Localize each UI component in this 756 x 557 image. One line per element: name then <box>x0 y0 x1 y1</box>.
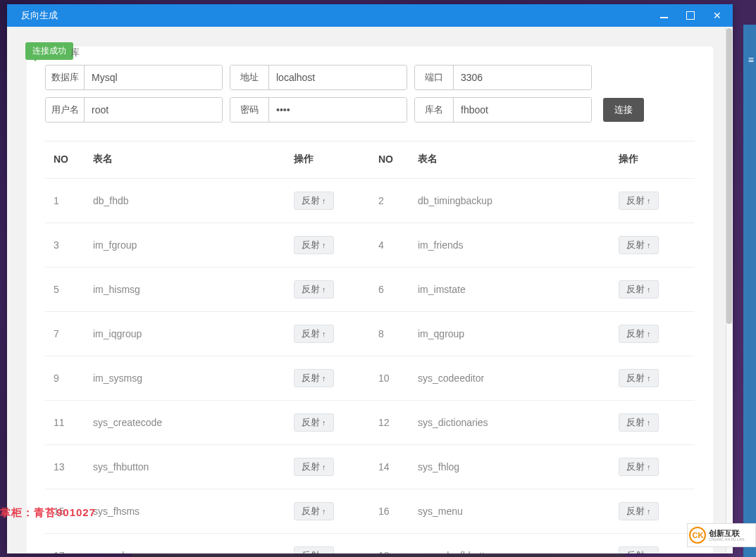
username-input[interactable] <box>85 98 222 122</box>
row-no: 10 <box>370 356 409 401</box>
reflect-button[interactable]: 反射 <box>619 369 659 387</box>
header-operation: 操作 <box>610 142 695 179</box>
row-no: 9 <box>45 356 85 401</box>
table-row: 9im_sysmsg反射 <box>45 356 370 401</box>
reflect-button[interactable]: 反射 <box>294 502 334 520</box>
reflect-button[interactable]: 反射 <box>294 325 334 343</box>
database-label: 数据库 <box>46 65 85 89</box>
table-row: 3im_fgroup反射 <box>45 223 370 268</box>
port-group: 端口 <box>414 65 592 90</box>
reflect-button[interactable]: 反射 <box>294 192 334 210</box>
row-tablename: sys_fhlog <box>409 445 610 489</box>
table-row: 13sys_fhbutton反射 <box>45 445 370 489</box>
header-table-name: 表名 <box>409 142 610 179</box>
reflect-button[interactable]: 反射 <box>619 413 659 432</box>
row-no: 4 <box>370 223 409 268</box>
row-tablename: im_sysmsg <box>85 356 285 401</box>
row-tablename: im_fgroup <box>85 223 285 268</box>
database-input[interactable] <box>85 65 222 89</box>
dbname-input[interactable] <box>454 98 591 122</box>
address-group: 地址 <box>230 65 407 90</box>
title-bar: 反向生成 <box>7 4 733 27</box>
minimize-icon[interactable] <box>658 10 669 21</box>
row-no: 1 <box>45 179 85 223</box>
reflect-button[interactable]: 反射 <box>294 280 334 299</box>
reflect-button[interactable]: 反射 <box>619 325 659 343</box>
row-no: 17 <box>45 534 85 554</box>
content-card: 连接成功 库 数据库 地址 端口 连接 <box>27 46 713 553</box>
table-row: 10sys_codeeditor反射 <box>370 356 695 401</box>
reflect-button[interactable]: 反射 <box>619 546 659 553</box>
row-no: 5 <box>45 268 85 312</box>
success-tip-badge: 连接成功 <box>25 42 73 60</box>
row-tablename: sys_menu <box>409 489 610 534</box>
table-row: 6im_imstate反射 <box>370 268 695 312</box>
header-operation: 操作 <box>285 142 370 179</box>
table-row: 1db_fhdb反射 <box>45 179 370 223</box>
row-no: 18 <box>370 534 409 554</box>
table-row: 17sys_role反射 <box>45 534 370 554</box>
address-label: 地址 <box>230 65 269 89</box>
scrollbar-track[interactable] <box>726 27 733 553</box>
row-tablename: db_fhdb <box>85 179 285 223</box>
table-row: 16sys_menu反射 <box>370 489 695 534</box>
scrollbar-thumb[interactable] <box>726 28 732 324</box>
row-no: 12 <box>370 401 409 445</box>
reflect-button[interactable]: 反射 <box>294 458 334 476</box>
row-no: 2 <box>370 179 409 223</box>
reflect-button[interactable]: 反射 <box>294 413 334 432</box>
username-label: 用户名 <box>46 98 85 122</box>
table-row: 12sys_dictionaries反射 <box>370 401 695 445</box>
reflect-button[interactable]: 反射 <box>294 236 334 254</box>
password-label: 密码 <box>230 98 269 122</box>
reflect-button[interactable]: 反射 <box>294 369 334 387</box>
table-row: 4im_friends反射 <box>370 223 695 268</box>
header-no: NO <box>370 142 409 179</box>
row-tablename: im_qgroup <box>409 312 610 356</box>
reflect-button[interactable]: 反射 <box>619 192 659 210</box>
dbname-group: 库名 <box>414 97 592 123</box>
password-group: 密码 <box>230 97 407 123</box>
row-tablename: im_imstate <box>409 268 610 312</box>
table-row: 7im_iqgroup反射 <box>45 312 370 356</box>
row-no: 8 <box>370 312 409 356</box>
modal-window: 反向生成 连接成功 库 数据库 地址 <box>7 4 733 553</box>
modal-body: 连接成功 库 数据库 地址 端口 连接 <box>7 27 733 553</box>
close-icon[interactable] <box>712 10 723 21</box>
reflect-button[interactable]: 反射 <box>619 280 659 299</box>
table-row: 11sys_createcode反射 <box>45 401 370 445</box>
address-input[interactable] <box>269 65 407 89</box>
partial-text: 库 <box>70 46 80 59</box>
table-row: 2db_timingbackup反射 <box>370 179 695 223</box>
maximize-icon[interactable] <box>685 10 696 21</box>
watermark-text: 掌柜：青苔901027 <box>0 506 96 520</box>
password-input[interactable] <box>269 98 407 122</box>
logo-cn: 创新互联 <box>709 529 753 537</box>
row-tablename: sys_createcode <box>85 401 285 445</box>
reflect-button[interactable]: 反射 <box>619 236 659 254</box>
row-no: 13 <box>45 445 85 489</box>
username-group: 用户名 <box>45 97 223 123</box>
tables-right: NO 表名 操作 2db_timingbackup反射4im_friends反射… <box>370 142 695 553</box>
header-table-name: 表名 <box>85 142 285 179</box>
window-title: 反向生成 <box>17 9 58 22</box>
logo-en: CHUANG XIN HU LIAN <box>709 537 744 541</box>
tables-left: NO 表名 操作 1db_fhdb反射3im_fgroup反射5im_hisms… <box>45 142 370 553</box>
row-tablename: sys_fhbutton <box>85 445 285 489</box>
reflect-button[interactable]: 反射 <box>294 546 334 553</box>
reflect-button[interactable]: 反射 <box>619 502 659 520</box>
row-no: 14 <box>370 445 409 489</box>
menu-icon[interactable]: ≡ <box>748 54 754 65</box>
table-row: 5im_hismsg反射 <box>45 268 370 312</box>
row-no: 6 <box>370 268 409 312</box>
row-no: 7 <box>45 312 85 356</box>
corner-logo: CK 创新互联 CHUANG XIN HU LIAN <box>687 523 756 547</box>
row-tablename: im_iqgroup <box>85 312 285 356</box>
row-no: 3 <box>45 223 85 268</box>
port-input[interactable] <box>454 65 591 89</box>
connect-button[interactable]: 连接 <box>603 98 644 122</box>
header-no: NO <box>45 142 85 179</box>
reflect-button[interactable]: 反射 <box>619 458 659 476</box>
row-no: 16 <box>370 489 409 534</box>
row-tablename: sys_dictionaries <box>409 401 610 445</box>
